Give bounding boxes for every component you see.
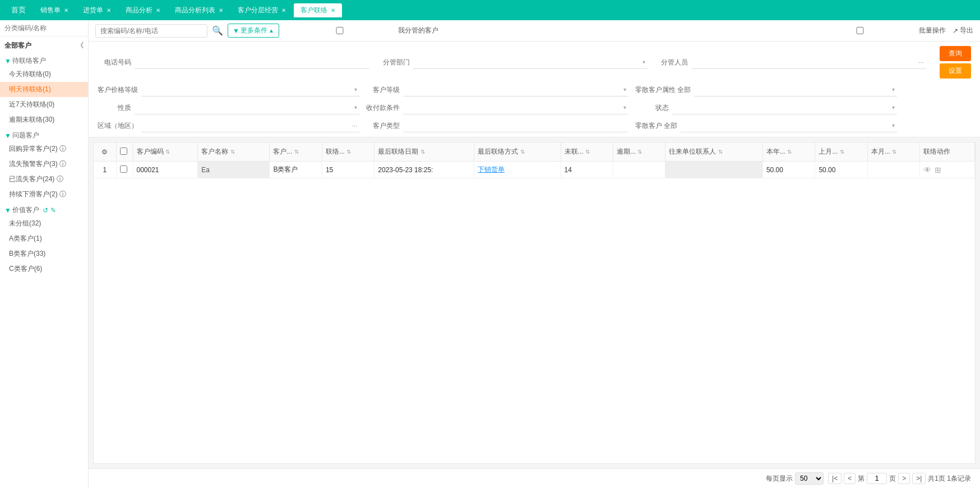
col-last-contact-method: 最后联络方式 ⇅ (474, 142, 561, 162)
payment-dropdown[interactable]: ▾ (403, 101, 628, 114)
col-this-year: 本年... ⇅ (762, 142, 815, 162)
chevron-down-icon: ▾ (892, 104, 895, 111)
more-conditions-button[interactable]: ▼ 更多条件 ▲ (228, 24, 279, 38)
content-area: 🔍 ▼ 更多条件 ▲ 我分管的客户 批量操作 ↗ 导出 (89, 20, 980, 488)
sort-icon: ⇅ (520, 149, 525, 155)
edit-icon[interactable]: ✎ (50, 206, 56, 214)
close-icon[interactable]: ✕ (156, 7, 160, 13)
first-page-button[interactable]: |< (828, 473, 842, 484)
table-header-row: ⚙ 客户编码 ⇅ 客户名称 ⇅ 客户... ⇅ 联络... ⇅ 最后联络日期 ⇅… (94, 142, 975, 162)
retail-attr-dropdown[interactable]: ▾ (694, 83, 897, 96)
nature-dropdown[interactable]: ▾ (135, 101, 359, 114)
customer-name-cell[interactable]: Ea (198, 162, 270, 178)
filter-retail-attr: 零散客户属性 全部 ▾ (635, 83, 897, 96)
batch-operation-button[interactable]: 批量操作 (804, 26, 946, 35)
filter-retail-customer: 零散客户 全部 ▾ (635, 119, 897, 132)
sidebar-item-class-a[interactable]: A类客户(1) (0, 231, 88, 246)
sidebar-item-churned[interactable]: 已流失客户(24) ⓘ (0, 172, 88, 187)
nav-product-analysis[interactable]: 商品分析 ✕ (119, 3, 167, 17)
search-input[interactable] (95, 24, 207, 38)
batch-op-check[interactable] (804, 27, 916, 34)
prev-page-button[interactable]: < (844, 473, 856, 484)
sidebar-item-declining[interactable]: 持续下滑客户(2) ⓘ (0, 187, 88, 202)
col-unlink-days: 未联... ⇅ (561, 142, 613, 162)
setting-button[interactable]: 设置 (940, 63, 971, 79)
this-month-cell (867, 162, 919, 178)
sidebar-search-input[interactable] (4, 24, 89, 32)
sidebar-item-repurchase-abnormal[interactable]: 回购异常客户(2) ⓘ (0, 141, 88, 156)
sidebar-item-overdue-pending[interactable]: 逾期未联络(30) (0, 112, 88, 127)
next-page-button[interactable]: > (898, 473, 910, 484)
nav-sales-order[interactable]: 销售单 ✕ (34, 3, 75, 17)
collapse-icon[interactable]: 《 (77, 41, 84, 50)
chevron-down-icon: ▾ (623, 86, 626, 93)
col-gear[interactable]: ⚙ (94, 142, 116, 162)
view-icon[interactable]: 👁 (923, 165, 931, 174)
customer-type-cell: B类客户 (270, 162, 322, 178)
filter-row-3: 性质 ▾ 收付款条件 ▾ 状态 (98, 101, 971, 114)
manager-input[interactable]: ··· (691, 56, 926, 69)
actions-cell: 👁 ⊞ (920, 162, 975, 178)
grid-icon[interactable]: ⊞ (935, 165, 941, 174)
refresh-icon[interactable]: ↺ (43, 206, 48, 214)
filter-region: 区域（地区） ··· (98, 119, 359, 132)
sidebar-item-churn-warning[interactable]: 流失预警客户(3) ⓘ (0, 156, 88, 172)
nav-home[interactable]: 首页 (4, 3, 33, 17)
last-month-cell: 50.00 (815, 162, 867, 178)
phone-input[interactable] (135, 56, 369, 69)
export-button[interactable]: ↗ 导出 (953, 26, 973, 35)
nav-purchase-order[interactable]: 进货单 ✕ (76, 3, 118, 17)
close-icon[interactable]: ✕ (281, 7, 286, 13)
last-contact-method-cell[interactable]: 下销货单 (474, 162, 561, 178)
query-button[interactable]: 查询 (940, 46, 971, 61)
col-checkbox[interactable] (116, 142, 133, 162)
search-button[interactable]: 🔍 (212, 25, 223, 36)
top-navigation: 首页 销售单 ✕ 进货单 ✕ 商品分析 ✕ 商品分析列表 ✕ 客户分层经营 ✕ … (0, 0, 980, 20)
sidebar-item-today-pending[interactable]: 今天待联络(0) (0, 67, 88, 82)
dept-dropdown[interactable]: ▾ (413, 56, 648, 69)
sidebar-item-class-c[interactable]: C类客户(6) (0, 261, 88, 277)
chevron-down-icon: ▾ (892, 86, 895, 93)
table-row: 1 000021 Ea B类客户 15 2023-05-23 18:25: 下销… (94, 162, 975, 178)
nav-customer-contact[interactable]: 客户联络 ✕ (294, 3, 342, 17)
col-last-contact-date: 最后联络日期 ⇅ (375, 142, 474, 162)
sidebar-item-tomorrow-pending[interactable]: 明天待联络(1) (0, 82, 88, 97)
col-unit-contact: 往来单位联系人 ⇅ (665, 142, 763, 162)
filter-price-level: 客户价格等级 ▾ (98, 83, 359, 96)
my-customers-checkbox[interactable]: 我分管的客户 (284, 26, 438, 35)
sidebar-item-ungrouped[interactable]: 未分组(32) (0, 216, 88, 231)
close-icon[interactable]: ✕ (219, 7, 223, 13)
nav-product-analysis-list[interactable]: 商品分析列表 ✕ (168, 3, 230, 17)
filter-phone: 电话号码 (98, 56, 369, 69)
chevron-down-icon: ▾ (354, 86, 357, 93)
per-page-select[interactable]: 50 100 200 (795, 472, 824, 485)
table-footer: 每页显示 50 100 200 |< < 第 页 > >| 共1页 1条记录 (89, 468, 980, 488)
unit-contact-cell (665, 162, 763, 178)
filter-row-4: 区域（地区） ··· 客户类型 零散客户 全部 ▾ (98, 119, 971, 132)
page-number-input[interactable] (867, 473, 887, 484)
contacts-cell: 15 (322, 162, 374, 178)
data-table-container: ⚙ 客户编码 ⇅ 客户名称 ⇅ 客户... ⇅ 联络... ⇅ 最后联络日期 ⇅… (93, 142, 976, 464)
nav-customer-tier[interactable]: 客户分层经营 ✕ (231, 3, 293, 17)
filter-status: 状态 ▾ (635, 101, 897, 114)
close-icon[interactable]: ✕ (107, 7, 111, 13)
price-level-dropdown[interactable]: ▾ (141, 83, 359, 96)
region-input[interactable]: ··· (141, 119, 359, 132)
my-customers-check[interactable] (284, 27, 396, 34)
dots-icon[interactable]: ··· (918, 58, 924, 66)
sidebar-item-class-b[interactable]: B类客户(33) (0, 246, 88, 261)
sort-icon: ⇅ (840, 149, 844, 155)
select-all-checkbox[interactable] (120, 148, 127, 155)
sort-icon: ⇅ (718, 149, 723, 155)
sidebar-item-7days-pending[interactable]: 近7天待联络(0) (0, 97, 88, 112)
dots-icon[interactable]: ··· (352, 122, 357, 130)
row-checkbox[interactable] (120, 165, 127, 173)
status-dropdown[interactable]: ▾ (672, 101, 897, 114)
customer-type-input[interactable] (403, 119, 628, 132)
last-page-button[interactable]: >| (912, 473, 926, 484)
sort-icon: ⇅ (230, 149, 235, 155)
close-icon[interactable]: ✕ (331, 7, 335, 13)
retail-customer-dropdown[interactable]: ▾ (681, 119, 897, 132)
customer-grade-dropdown[interactable]: ▾ (403, 83, 628, 96)
close-icon[interactable]: ✕ (64, 7, 68, 13)
